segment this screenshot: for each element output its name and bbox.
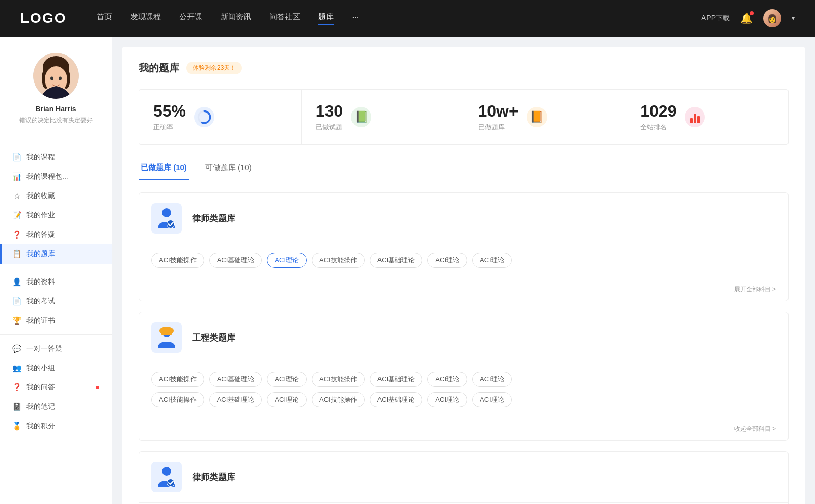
nav-question-bank[interactable]: 题库 [318, 12, 334, 25]
bar-chart-icon [690, 111, 700, 123]
chevron-down-icon[interactable]: ▾ [792, 15, 795, 22]
divider2 [0, 268, 112, 268]
tag-1-5[interactable]: ACI基础理论 [370, 253, 423, 268]
tag-2-1-1[interactable]: ACI技能操作 [151, 372, 204, 387]
stats-row: 55% 正确率 130 已做试题 📗 [139, 89, 789, 145]
sidebar-item-points[interactable]: 🏅 我的积分 [0, 416, 112, 436]
sidebar-item-qa[interactable]: ❓ 我的答疑 [0, 225, 112, 244]
tag-1-1[interactable]: ACI技能操作 [151, 253, 204, 268]
svg-point-9 [162, 208, 171, 217]
tag-2-2-2[interactable]: ACI基础理论 [209, 392, 262, 407]
qbank-title-2: 工程类题库 [192, 332, 235, 344]
sidebar-item-profile[interactable]: 👤 我的资料 [0, 272, 112, 292]
profile-motto: 错误的决定比没有决定要好 [19, 116, 93, 125]
sidebar-item-my-qa[interactable]: ❓ 我的问答 [0, 378, 112, 397]
svg-rect-15 [165, 329, 168, 331]
done-questions-value: 130 [316, 102, 343, 121]
tags-row-2-1: ACI技能操作 ACI基础理论 ACI理论 ACI技能操作 ACI基础理论 AC… [151, 372, 776, 387]
nav-opencourse[interactable]: 公开课 [179, 12, 202, 25]
note-green-icon: 📗 [355, 110, 368, 124]
tag-1-2[interactable]: ACI基础理论 [209, 253, 262, 268]
layout: Brian Harris 错误的决定比没有决定要好 📄 我的课程 📊 我的课程包… [0, 37, 815, 504]
qbank-lawyer-icon-1 [151, 203, 182, 234]
stat-done-banks: 10w+ 已做题库 📙 [464, 90, 627, 144]
tag-2-1-6[interactable]: ACI理论 [427, 372, 467, 387]
main-content: 我的题库 体验剩余23天！ 55% 正确率 130 [122, 47, 805, 504]
collapse-btn-2[interactable]: 收起全部科目 > [734, 425, 776, 432]
qbank-footer-1: 展开全部科目 > [139, 281, 788, 301]
sidebar-profile: Brian Harris 错误的决定比没有决定要好 [0, 37, 112, 135]
sidebar-item-exam[interactable]: 📄 我的考试 [0, 292, 112, 311]
tags-row-2-2: ACI技能操作 ACI基础理论 ACI理论 ACI技能操作 ACI基础理论 AC… [151, 392, 776, 407]
circle-progress-icon [197, 109, 212, 125]
nav-right: APP下载 🔔 👩 ▾ [701, 9, 795, 27]
nav-discover[interactable]: 发现课程 [130, 12, 161, 25]
sidebar: Brian Harris 错误的决定比没有决定要好 📄 我的课程 📊 我的课程包… [0, 37, 112, 504]
qbank-header-3: 律师类题库 [139, 452, 788, 503]
tag-2-2-4[interactable]: ACI技能操作 [312, 392, 365, 407]
qa-icon: ❓ [12, 230, 21, 239]
tag-2-1-5[interactable]: ACI基础理论 [370, 372, 423, 387]
sidebar-item-one-on-one[interactable]: 💬 一对一答疑 [0, 339, 112, 358]
my-qa-icon: ❓ [12, 383, 21, 392]
tag-2-1-2[interactable]: ACI基础理论 [209, 372, 262, 387]
sidebar-item-group[interactable]: 👥 我的小组 [0, 358, 112, 378]
rank-value: 1029 [640, 102, 676, 121]
svg-point-6 [59, 77, 62, 80]
sidebar-item-course[interactable]: 📄 我的课程 [0, 148, 112, 167]
divider [0, 139, 112, 139]
nav-more[interactable]: ··· [352, 12, 359, 25]
svg-rect-14 [161, 333, 172, 335]
tag-2-1-7[interactable]: ACI理论 [472, 372, 512, 387]
page-header: 我的题库 体验剩余23天！ [139, 61, 789, 75]
nav-news[interactable]: 新闻资讯 [221, 12, 251, 25]
stat-accuracy-text: 55% 正确率 [153, 102, 186, 132]
tag-2-1-4[interactable]: ACI技能操作 [312, 372, 365, 387]
sidebar-item-favorites[interactable]: ☆ 我的收藏 [0, 186, 112, 206]
avatar[interactable]: 👩 [763, 9, 781, 27]
tag-2-2-3[interactable]: ACI理论 [267, 392, 307, 407]
qbank-section-2: 工程类题库 ACI技能操作 ACI基础理论 ACI理论 ACI技能操作 ACI基… [139, 312, 789, 441]
tag-1-3[interactable]: ACI理论 [267, 253, 307, 268]
qbank-body-2: ACI技能操作 ACI基础理论 ACI理论 ACI技能操作 ACI基础理论 AC… [139, 363, 788, 421]
tag-2-2-7[interactable]: ACI理论 [472, 392, 512, 407]
tag-2-1-3[interactable]: ACI理论 [267, 372, 307, 387]
svg-point-16 [162, 467, 171, 476]
qbank-header-2: 工程类题库 [139, 312, 788, 363]
points-icon: 🏅 [12, 422, 21, 431]
qbank-body-1: ACI技能操作 ACI基础理论 ACI理论 ACI技能操作 ACI基础理论 AC… [139, 244, 788, 281]
svg-point-5 [50, 77, 53, 80]
tag-2-2-6[interactable]: ACI理论 [427, 392, 467, 407]
expand-btn-1[interactable]: 展开全部科目 > [734, 286, 776, 293]
note-orange-icon: 📙 [530, 110, 544, 124]
tab-available-banks[interactable]: 可做题库 (10) [203, 159, 254, 180]
stat-done-questions-text: 130 已做试题 [316, 102, 343, 132]
sidebar-item-certificate[interactable]: 🏆 我的证书 [0, 311, 112, 330]
qa-red-dot [96, 386, 99, 389]
group-icon: 👥 [12, 363, 21, 373]
profile-name: Brian Harris [35, 105, 76, 113]
favorites-icon: ☆ [12, 191, 21, 201]
nav-home[interactable]: 首页 [97, 12, 112, 25]
notification-bell[interactable]: 🔔 [740, 12, 753, 24]
tag-1-7[interactable]: ACI理论 [472, 253, 512, 268]
sidebar-item-course-package[interactable]: 📊 我的课程包... [0, 167, 112, 186]
course-package-icon: 📊 [12, 172, 21, 181]
tag-1-4[interactable]: ACI技能操作 [312, 253, 365, 268]
sidebar-item-notes[interactable]: 📓 我的笔记 [0, 397, 112, 416]
homework-icon: 📝 [12, 211, 21, 220]
exam-icon: 📄 [12, 297, 21, 306]
accuracy-icon [194, 107, 214, 127]
stat-rank: 1029 全站排名 [626, 90, 788, 144]
qbank-section-1: 律师类题库 ACI技能操作 ACI基础理论 ACI理论 ACI技能操作 ACI基… [139, 192, 789, 301]
tag-2-2-5[interactable]: ACI基础理论 [370, 392, 423, 407]
tab-done-banks[interactable]: 已做题库 (10) [139, 159, 189, 180]
sidebar-item-homework[interactable]: 📝 我的作业 [0, 206, 112, 225]
tag-1-6[interactable]: ACI理论 [427, 253, 467, 268]
nav-qa[interactable]: 问答社区 [269, 12, 300, 25]
app-download-link[interactable]: APP下载 [701, 14, 730, 23]
divider3 [0, 334, 112, 335]
sidebar-item-question-bank[interactable]: 📋 我的题库 [0, 244, 112, 264]
tag-2-2-1[interactable]: ACI技能操作 [151, 392, 204, 407]
question-bank-tabs: 已做题库 (10) 可做题库 (10) [139, 159, 789, 180]
